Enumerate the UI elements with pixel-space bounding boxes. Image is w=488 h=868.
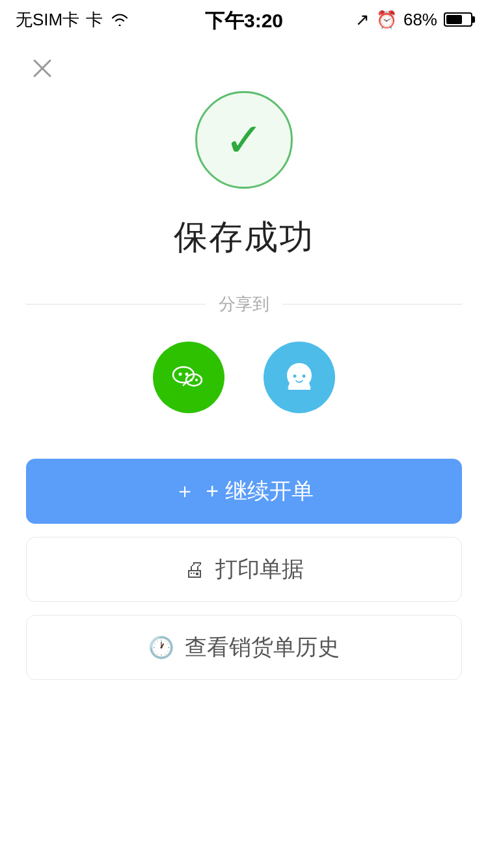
main-content: ✓ 保存成功 分享到	[0, 39, 488, 868]
sim-icon: 卡	[86, 8, 103, 31]
status-time: 下午3:20	[205, 8, 283, 34]
history-button[interactable]: 🕐 查看销货单历史	[26, 615, 462, 680]
history-label: 查看销货单历史	[185, 632, 340, 662]
action-buttons: ＋ + 继续开单 🖨 打印单据 🕐 查看销货单历史	[26, 459, 462, 680]
success-title: 保存成功	[174, 215, 314, 260]
qq-icon	[278, 357, 320, 398]
close-button[interactable]	[26, 52, 59, 85]
status-right: ↗ ⏰ 68%	[355, 10, 472, 30]
history-icon: 🕐	[148, 635, 174, 660]
svg-point-6	[190, 379, 193, 381]
continue-label: + 继续开单	[206, 476, 313, 506]
svg-point-9	[293, 375, 297, 378]
wechat-icon	[168, 357, 210, 398]
continue-button[interactable]: ＋ + 继续开单	[26, 459, 462, 524]
success-circle: ✓	[195, 91, 293, 189]
wifi-icon	[109, 12, 130, 27]
svg-point-7	[195, 379, 198, 381]
svg-point-10	[303, 375, 306, 378]
location-icon: ↗	[355, 10, 370, 30]
wechat-share-button[interactable]	[153, 342, 224, 413]
print-icon: 🖨	[184, 558, 205, 582]
share-icons	[153, 342, 335, 413]
battery-fill	[446, 15, 462, 24]
divider-label: 分享到	[219, 293, 269, 316]
battery-icon	[444, 12, 472, 27]
alarm-icon: ⏰	[376, 10, 397, 30]
divider-left	[26, 304, 206, 305]
carrier-label: 无SIM卡	[16, 8, 79, 31]
print-label: 打印单据	[215, 554, 304, 584]
close-icon	[31, 57, 54, 80]
print-button[interactable]: 🖨 打印单据	[26, 537, 462, 602]
share-divider: 分享到	[26, 293, 462, 316]
checkmark-icon: ✓	[224, 116, 264, 163]
svg-point-3	[179, 373, 182, 376]
status-bar: 无SIM卡 卡 下午3:20 ↗ ⏰ 68%	[0, 0, 488, 39]
status-left: 无SIM卡 卡	[16, 8, 130, 31]
qq-share-button[interactable]	[264, 342, 335, 413]
battery-percent: 68%	[403, 10, 437, 30]
continue-icon: ＋	[174, 477, 195, 506]
divider-right	[282, 304, 462, 305]
